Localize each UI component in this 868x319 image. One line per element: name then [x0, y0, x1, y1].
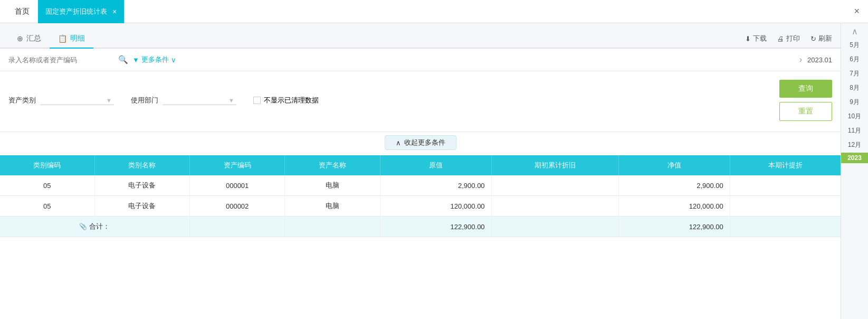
- sidebar-month-10[interactable]: 10月: [841, 110, 868, 123]
- date-value: 2023.01: [807, 56, 832, 64]
- cell-net-value: 120,000.00: [618, 196, 730, 217]
- right-sidebar: ∧ 5月 6月 7月 8月 9月 10月 11月 12月 2023: [841, 23, 868, 319]
- detail-icon: 📋: [58, 34, 67, 43]
- print-icon: 🖨: [777, 35, 784, 43]
- sidebar-month-8[interactable]: 8月: [841, 81, 868, 95]
- cell-current-depreciation: [730, 175, 841, 196]
- cell-accumulated-depreciation: [491, 175, 618, 196]
- cell-original-value: 120,000.00: [380, 196, 491, 217]
- col-header-accumulated-depreciation: 期初累计折旧: [491, 155, 618, 175]
- total-row: 📎 合计： 122,900.00 122,900.00: [0, 217, 841, 237]
- cell-asset-name: 电脑: [285, 175, 380, 196]
- main-layout: ⊕ 汇总 📋 明细 ⬇ 下载 🖨 打印 ↻ 刷新: [0, 23, 868, 319]
- refresh-button[interactable]: ↻ 刷新: [810, 34, 832, 43]
- asset-category-select[interactable]: ▼: [40, 96, 114, 105]
- more-conditions-button[interactable]: ▼ 更多条件 ∨: [132, 55, 176, 64]
- asset-category-filter: 资产类别 ▼: [8, 96, 114, 105]
- sidebar-year-label: 2023: [841, 153, 868, 163]
- col-header-current-depreciation: 本期计提折: [730, 155, 841, 175]
- department-arrow-icon: ▼: [228, 97, 234, 104]
- department-select[interactable]: ▼: [163, 96, 236, 105]
- data-table-container[interactable]: 类别编码 类别名称 资产编码 资产名称 原值 期初累计折旧 净值 本期计提折 0…: [0, 155, 841, 319]
- data-table: 类别编码 类别名称 资产编码 资产名称 原值 期初累计折旧 净值 本期计提折 0…: [0, 155, 841, 237]
- tab-summary-label: 汇总: [26, 34, 41, 43]
- department-filter: 使用部门 ▼: [131, 96, 236, 105]
- sidebar-month-11[interactable]: 11月: [841, 124, 868, 137]
- hide-cleared-label: 不显示已清理数据: [264, 96, 319, 105]
- refresh-icon: ↻: [810, 35, 816, 43]
- filter-row: 资产类别 ▼ 使用部门 ▼ 不显示已清理数据: [8, 80, 832, 121]
- search-icon[interactable]: 🔍: [118, 55, 128, 64]
- sidebar-up-button[interactable]: ∧: [852, 25, 858, 37]
- more-conditions-label: 更多条件: [141, 55, 169, 64]
- print-button[interactable]: 🖨 打印: [777, 34, 800, 43]
- cell-category-name: 电子设备: [94, 196, 189, 217]
- asset-category-label: 资产类别: [8, 96, 36, 105]
- cell-asset-code: 000001: [189, 175, 284, 196]
- total-label-text: 合计：: [89, 222, 110, 231]
- cell-category-code: 05: [0, 196, 94, 217]
- total-empty-1: [189, 217, 284, 237]
- collapse-icon: ∧: [396, 139, 401, 147]
- total-current-depreciation: [730, 217, 841, 237]
- filter-icon: ▼: [132, 56, 139, 64]
- tab-summary[interactable]: ⊕ 汇总: [8, 30, 50, 49]
- col-header-category-code: 类别编码: [0, 155, 94, 175]
- col-header-asset-name: 资产名称: [285, 155, 380, 175]
- col-header-net-value: 净值: [618, 155, 730, 175]
- nav-tab-label: 固定资产折旧统计表: [45, 7, 107, 16]
- cell-accumulated-depreciation: [491, 196, 618, 217]
- sidebar-month-12[interactable]: 12月: [841, 138, 868, 152]
- hide-cleared-checkbox[interactable]: [253, 97, 261, 104]
- tab-detail[interactable]: 📋 明细: [50, 30, 93, 49]
- cell-asset-code: 000002: [189, 196, 284, 217]
- date-nav: › 2023.01: [796, 54, 832, 65]
- table-row: 05 电子设备 000001 电脑 2,900.00 2,900.00: [0, 175, 841, 196]
- chevron-down-icon: ∨: [171, 56, 176, 64]
- cell-current-depreciation: [730, 196, 841, 217]
- collapse-bar: ∧ 收起更多条件: [0, 132, 841, 155]
- filter-area: 资产类别 ▼ 使用部门 ▼ 不显示已清理数据: [0, 71, 841, 132]
- active-nav-tab[interactable]: 固定资产折旧统计表 ×: [38, 0, 124, 23]
- total-label-cell: 📎 合计：: [0, 217, 189, 237]
- reset-button[interactable]: 重置: [779, 102, 832, 121]
- collapse-label: 收起更多条件: [404, 138, 445, 147]
- asset-category-arrow-icon: ▼: [106, 97, 112, 104]
- search-input[interactable]: [8, 56, 114, 64]
- print-label: 打印: [786, 34, 800, 43]
- sidebar-month-7[interactable]: 7月: [841, 67, 868, 80]
- cell-category-code: 05: [0, 175, 94, 196]
- hide-cleared-checkbox-group: 不显示已清理数据: [253, 96, 319, 105]
- cell-net-value: 2,900.00: [618, 175, 730, 196]
- col-header-asset-code: 资产编码: [189, 155, 284, 175]
- refresh-label: 刷新: [818, 34, 832, 43]
- download-label: 下载: [753, 34, 767, 43]
- total-empty-2: [285, 217, 380, 237]
- total-original-value: 122,900.00: [380, 217, 491, 237]
- cell-asset-name: 电脑: [285, 196, 380, 217]
- date-nav-arrow[interactable]: ›: [796, 54, 805, 65]
- tab-detail-label: 明细: [70, 34, 85, 43]
- col-header-category-name: 类别名称: [94, 155, 189, 175]
- sidebar-month-9[interactable]: 9月: [841, 96, 868, 109]
- download-icon: ⬇: [745, 35, 751, 43]
- sidebar-month-5[interactable]: 5月: [841, 39, 868, 52]
- download-button[interactable]: ⬇ 下载: [745, 34, 767, 43]
- collapse-button[interactable]: ∧ 收起更多条件: [385, 135, 456, 150]
- summary-icon: ⊕: [17, 34, 23, 43]
- department-label: 使用部门: [131, 96, 158, 105]
- total-icon: 📎: [79, 223, 87, 230]
- cell-category-name: 电子设备: [94, 175, 189, 196]
- sub-tabs-bar: ⊕ 汇总 📋 明细 ⬇ 下载 🖨 打印 ↻ 刷新: [0, 23, 841, 49]
- home-nav-item[interactable]: 首页: [8, 7, 36, 16]
- search-bar: 🔍 ▼ 更多条件 ∨ › 2023.01: [0, 49, 841, 71]
- table-header-row: 类别编码 类别名称 资产编码 资产名称 原值 期初累计折旧 净值 本期计提折: [0, 155, 841, 175]
- cell-original-value: 2,900.00: [380, 175, 491, 196]
- toolbar-right: ⬇ 下载 🖨 打印 ↻ 刷新: [745, 34, 832, 48]
- window-close-icon[interactable]: ×: [854, 6, 860, 17]
- query-button[interactable]: 查询: [779, 80, 832, 98]
- top-nav: 首页 固定资产折旧统计表 × ×: [0, 0, 868, 23]
- nav-tab-close-icon[interactable]: ×: [112, 7, 117, 16]
- sidebar-month-6[interactable]: 6月: [841, 53, 868, 66]
- content-area: ⊕ 汇总 📋 明细 ⬇ 下载 🖨 打印 ↻ 刷新: [0, 23, 841, 319]
